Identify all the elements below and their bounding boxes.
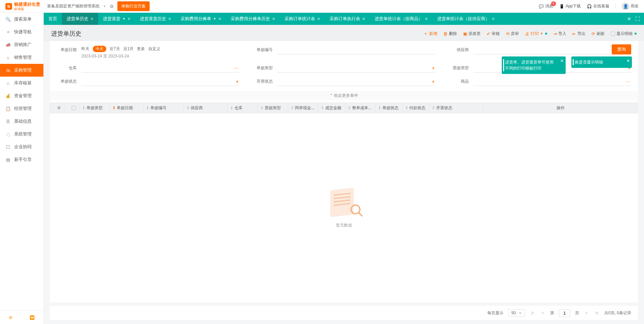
fullscreen-icon[interactable]: ⛶ bbox=[635, 16, 640, 22]
sidebar-item[interactable]: 📣营销推广 bbox=[0, 38, 43, 51]
table-column-header[interactable]: ▲▼仓库 bbox=[228, 103, 258, 113]
page-header: 进货单历史 ＋新增🗑删除▣添发票✔审核⟲弃审🖨打印▼⇥导入⇤导出⟳刷新显示明细 bbox=[44, 25, 644, 41]
next-page-button[interactable]: > bbox=[584, 311, 589, 315]
sidebar-item[interactable]: 💰资金管理 bbox=[0, 89, 43, 102]
close-tab-icon[interactable]: ✕ bbox=[492, 17, 495, 21]
close-tab-icon[interactable]: ✕ bbox=[218, 17, 221, 21]
close-tab-icon[interactable]: ✕ bbox=[168, 17, 171, 21]
table-column-header[interactable]: ▲▼同单现金... bbox=[288, 103, 318, 113]
sidebar-item[interactable]: 📋经营管理 bbox=[0, 102, 43, 115]
table-column-header[interactable]: 操作 bbox=[483, 103, 638, 113]
tab[interactable]: 进货退货▼✕ bbox=[98, 13, 135, 25]
close-tab-icon[interactable]: ✕ bbox=[425, 17, 428, 21]
tab-label: 首页 bbox=[48, 16, 57, 22]
online-service-button[interactable]: 🎧 在线客服 bbox=[587, 3, 609, 9]
table-settings-icon[interactable]: ⚙ bbox=[53, 103, 65, 113]
messages-button[interactable]: 💬 消息 6 bbox=[539, 3, 553, 9]
select-all-checkbox[interactable] bbox=[68, 103, 80, 113]
toolbar-刷新[interactable]: ⟳刷新 bbox=[592, 31, 605, 37]
sidebar-item[interactable]: 🔍搜索菜单 bbox=[0, 13, 43, 26]
doc-state-select[interactable]: ▼ bbox=[81, 77, 239, 86]
per-page-select[interactable]: 50 ▼ bbox=[508, 309, 525, 317]
close-icon[interactable]: ✕ bbox=[560, 58, 564, 64]
toolbar-导出[interactable]: ⇤导出 bbox=[572, 31, 585, 37]
sidebar-item[interactable]: ☰基础信息 bbox=[0, 115, 43, 128]
try-plan-button[interactable]: 体验行业方案 bbox=[117, 1, 150, 11]
settings-icon[interactable]: ⚙ bbox=[110, 4, 114, 9]
sidebar-item[interactable]: ◌系统管理 bbox=[0, 128, 43, 140]
tab[interactable]: 进货单统计表（按商品）✕ bbox=[370, 13, 432, 25]
date-quick-option[interactable]: 自定义 bbox=[148, 46, 160, 52]
table-column-header[interactable]: ▲▼整单成本... bbox=[345, 103, 376, 113]
date-quick-option[interactable]: 今天 bbox=[93, 46, 106, 52]
sidebar-item[interactable]: ☐企业协同 bbox=[0, 140, 43, 153]
tab[interactable]: 进货退货历史✕ bbox=[135, 13, 176, 25]
date-quick-option[interactable]: 近1月 bbox=[123, 46, 134, 52]
tab[interactable]: 采购订单执行表✕ bbox=[325, 13, 370, 25]
toolbar-弃审[interactable]: ⟲弃审 bbox=[506, 31, 519, 37]
sidebar-item-label: 搜索菜单 bbox=[14, 16, 32, 22]
table-column-header[interactable]: ▲▼单据编号 bbox=[144, 103, 184, 113]
query-button[interactable]: 查询 bbox=[612, 44, 631, 54]
table-column-header[interactable]: ▲▼单据类型 bbox=[80, 103, 110, 113]
close-all-tabs-icon[interactable]: ✕ bbox=[627, 16, 631, 22]
toolbar-删除[interactable]: 🗑删除 bbox=[443, 31, 457, 37]
supplier-picker[interactable]: ⋯ bbox=[473, 46, 631, 54]
sort-icon: ▲▼ bbox=[378, 106, 381, 110]
toolbar-审核[interactable]: ✔审核 bbox=[487, 31, 500, 37]
table-column-header[interactable]: ▲▼开票状态 bbox=[429, 103, 483, 113]
tool-icon: ＋ bbox=[423, 31, 428, 37]
sort-icon: ▲▼ bbox=[230, 106, 233, 110]
close-tab-icon[interactable]: ✕ bbox=[127, 17, 130, 21]
prev-page-button[interactable]: < bbox=[540, 311, 545, 315]
tool-label: 删除 bbox=[449, 31, 457, 37]
tab-label: 采购费用分摊单历史 bbox=[231, 16, 270, 22]
sidebar-item[interactable]: ✧快捷导航 bbox=[0, 26, 43, 38]
table-column-header[interactable]: ▲▼票据类型 bbox=[258, 103, 288, 113]
close-tab-icon[interactable]: ✕ bbox=[362, 17, 365, 21]
app-download-button[interactable]: 📱 App下载 bbox=[559, 3, 581, 9]
toolbar-添发票[interactable]: ▣添发票 bbox=[463, 31, 481, 37]
table-column-header[interactable]: ▲▼单据状态 bbox=[376, 103, 403, 113]
close-tab-icon[interactable]: ✕ bbox=[317, 17, 320, 21]
toolbar-打印[interactable]: 🖨打印▼ bbox=[525, 31, 547, 37]
system-selector[interactable]: 装备及固定资产辅助管理系统 ▼ bbox=[47, 3, 106, 9]
sidebar-item[interactable]: ▤新手引导 bbox=[0, 153, 43, 166]
invoice-state-select[interactable]: ▼ bbox=[277, 77, 435, 86]
tab[interactable]: 进货单历史✕ bbox=[62, 13, 98, 25]
filter-date-label: 单据日期 bbox=[56, 46, 77, 53]
warehouse-picker[interactable]: ⋯ bbox=[81, 64, 239, 73]
sidebar-item[interactable]: ⌂销售管理 bbox=[0, 51, 43, 64]
sidebar-item[interactable]: 🛍采购管理 bbox=[0, 64, 43, 77]
close-icon[interactable]: ✕ bbox=[627, 58, 630, 64]
sidebar-item[interactable]: ⌂库存核算 bbox=[0, 77, 43, 89]
tool-icon: ⇥ bbox=[553, 31, 557, 36]
table-column-header[interactable]: ▲▼付款状态 bbox=[403, 103, 429, 113]
collapse-sidebar-icon[interactable]: ⏪ bbox=[30, 315, 35, 320]
table-column-header[interactable]: ▲▼供应商 bbox=[184, 103, 228, 113]
tab[interactable]: 采购费用分摊单历史✕ bbox=[226, 13, 280, 25]
tab[interactable]: 首页 bbox=[44, 13, 62, 25]
toolbar-新增[interactable]: ＋新增 bbox=[423, 31, 437, 37]
first-page-button[interactable]: |< bbox=[530, 311, 536, 315]
product-picker[interactable]: ⋯ bbox=[473, 77, 631, 86]
collapse-filters-button[interactable]: ⌃ 收起更多条件 bbox=[50, 91, 638, 100]
table-column-header[interactable]: ▲▼单据日期 bbox=[110, 103, 144, 113]
tab[interactable]: 采购费用分摊单▼✕ bbox=[176, 13, 226, 25]
settings-gear-icon[interactable]: ⚙ bbox=[9, 315, 12, 320]
toolbar-导入[interactable]: ⇥导入 bbox=[553, 31, 566, 37]
date-quick-option[interactable]: 近7天 bbox=[110, 46, 120, 52]
toolbar-显示明细[interactable]: 显示明细 bbox=[611, 31, 637, 37]
doc-no-input[interactable] bbox=[277, 46, 435, 54]
doc-type-select[interactable]: ▼ bbox=[277, 64, 435, 73]
tab[interactable]: 采购订单统计表✕ bbox=[280, 13, 325, 25]
close-tab-icon[interactable]: ✕ bbox=[90, 17, 93, 21]
close-tab-icon[interactable]: ✕ bbox=[272, 17, 275, 21]
page-input[interactable] bbox=[559, 309, 570, 317]
user-menu[interactable]: 👤 用友 bbox=[622, 3, 639, 10]
tab[interactable]: 进货单统计表（按供应商）✕ bbox=[432, 13, 499, 25]
table-column-header[interactable]: ▲▼成交金额 bbox=[318, 103, 345, 113]
last-page-button[interactable]: >| bbox=[594, 311, 600, 315]
date-quick-option[interactable]: 更多 bbox=[137, 46, 145, 52]
date-quick-option[interactable]: 昨天 bbox=[81, 46, 89, 52]
